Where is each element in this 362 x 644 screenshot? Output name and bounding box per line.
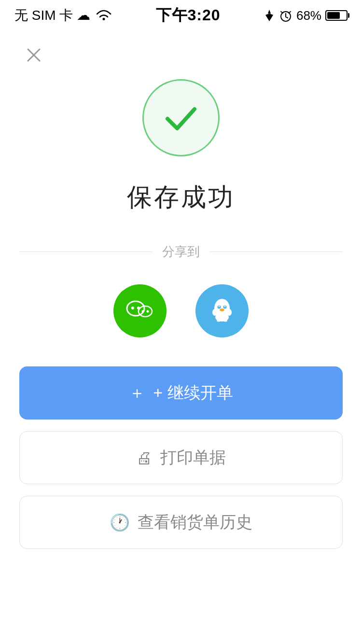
print-icon: 🖨 bbox=[136, 448, 153, 467]
plus-icon: ＋ bbox=[129, 382, 145, 404]
wechat-icon bbox=[123, 294, 157, 328]
print-button[interactable]: 🖨 打印单据 bbox=[19, 431, 343, 484]
continue-order-label: + 继续开单 bbox=[153, 382, 233, 404]
status-bar: 无 SIM 卡 ☁ 下午3:20 68% bbox=[0, 0, 362, 31]
divider-left bbox=[19, 252, 153, 252]
status-left: 无 SIM 卡 ☁ bbox=[14, 6, 112, 25]
qq-icon bbox=[205, 294, 239, 328]
close-button[interactable] bbox=[19, 41, 48, 70]
battery-percent: 68% bbox=[296, 8, 321, 23]
svg-point-11 bbox=[212, 309, 217, 316]
success-title: 保存成功 bbox=[127, 181, 235, 214]
svg-point-4 bbox=[139, 306, 152, 317]
share-divider: 分享到 bbox=[19, 243, 343, 260]
alarm-icon bbox=[279, 9, 292, 22]
history-label: 查看销货单历史 bbox=[138, 511, 252, 533]
svg-point-17 bbox=[220, 308, 224, 311]
svg-point-12 bbox=[227, 309, 232, 316]
svg-point-18 bbox=[217, 320, 221, 322]
svg-point-7 bbox=[142, 310, 144, 313]
share-label: 分享到 bbox=[162, 243, 200, 260]
qq-share-button[interactable] bbox=[195, 284, 249, 337]
svg-point-8 bbox=[147, 310, 149, 313]
history-button[interactable]: 🕐 查看销货单历史 bbox=[19, 496, 343, 549]
wechat-share-button[interactable] bbox=[113, 284, 167, 337]
success-icon bbox=[142, 79, 220, 156]
continue-order-button[interactable]: ＋ + 继续开单 bbox=[19, 366, 343, 420]
svg-point-19 bbox=[223, 320, 227, 322]
wifi-icon bbox=[95, 9, 112, 22]
history-icon: 🕐 bbox=[110, 513, 130, 532]
action-buttons: ＋ + 继续开单 🖨 打印单据 🕐 查看销货单历史 bbox=[19, 366, 343, 549]
svg-point-3 bbox=[127, 301, 144, 316]
status-right: 68% bbox=[264, 8, 348, 23]
location-icon bbox=[264, 9, 275, 22]
status-time: 下午3:20 bbox=[156, 5, 221, 26]
battery-icon bbox=[325, 10, 348, 21]
svg-point-6 bbox=[137, 307, 140, 309]
share-icons bbox=[113, 284, 249, 337]
share-section: 分享到 bbox=[19, 243, 343, 337]
battery-fill bbox=[327, 12, 340, 19]
svg-point-16 bbox=[224, 306, 226, 307]
svg-point-15 bbox=[219, 306, 220, 307]
divider-right bbox=[209, 252, 343, 252]
main-content: 保存成功 分享到 bbox=[0, 31, 362, 644]
svg-point-5 bbox=[131, 307, 134, 309]
no-sim-text: 无 SIM 卡 ☁ bbox=[14, 6, 90, 25]
print-label: 打印单据 bbox=[160, 447, 226, 469]
